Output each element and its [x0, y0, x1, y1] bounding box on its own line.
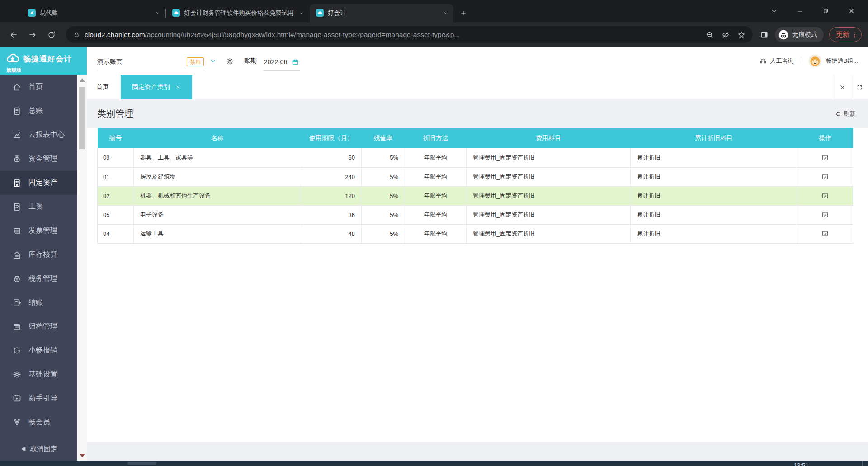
- cell: 04: [98, 224, 134, 243]
- unpin-sidebar-button[interactable]: 取消固定: [0, 442, 77, 456]
- minimize-button[interactable]: [787, 3, 813, 19]
- tab-home[interactable]: 首页: [87, 75, 121, 99]
- eye-off-icon[interactable]: [722, 31, 730, 39]
- refresh-button[interactable]: 刷新: [835, 110, 855, 118]
- lock-icon[interactable]: [73, 31, 80, 38]
- avatar[interactable]: [808, 54, 822, 68]
- sidebar-item-ledger[interactable]: 总账: [0, 99, 77, 123]
- table-row-02[interactable]: 02机器、机械和其他生产设备1205%年限平均管理费用_固定资产折旧累计折旧: [98, 186, 853, 205]
- sidebar-item-home[interactable]: 首页: [0, 75, 77, 99]
- cell: 电子设备: [134, 205, 301, 224]
- screen: 易代账好会计财务管理软件购买价格及免费试用好会计 cloud2.chanjet.…: [0, 0, 868, 466]
- sidebar-item-building[interactable]: 固定资产: [0, 171, 77, 195]
- browser-menu-chevron-icon[interactable]: [761, 3, 787, 19]
- reload-button[interactable]: [47, 30, 56, 39]
- bookmark-star-icon[interactable]: [737, 31, 745, 39]
- close-all-tabs-button[interactable]: [834, 75, 851, 99]
- sidebar-scrollbar[interactable]: [77, 75, 87, 461]
- scroll-down-arrow-icon[interactable]: [80, 454, 85, 457]
- sidebar-item-warehouse[interactable]: 库存核算: [0, 243, 77, 267]
- forward-button[interactable]: [28, 30, 37, 39]
- close-tab-icon[interactable]: [175, 85, 181, 90]
- edit-icon[interactable]: [821, 211, 829, 218]
- calendar-icon[interactable]: [292, 58, 299, 66]
- table-row-01[interactable]: 01房屋及建筑物2405%年限平均管理费用_固定资产折旧累计折旧: [98, 167, 853, 186]
- sidebar-item-payroll[interactable]: 工资: [0, 195, 77, 219]
- cell: 年限平均: [405, 205, 467, 224]
- zoom-out-icon[interactable]: [706, 31, 714, 39]
- guide-icon: [12, 394, 22, 403]
- sidebar-item-moneybag[interactable]: 资金管理: [0, 147, 77, 171]
- browser-tab-1[interactable]: 易代账: [22, 4, 165, 22]
- url-text[interactable]: cloud2.chanjet.com/accounting/uh26t264j5…: [85, 31, 699, 39]
- sidebar-item-label: 畅会员: [28, 418, 50, 427]
- edit-icon[interactable]: [821, 192, 829, 199]
- table-row-03[interactable]: 03器具、工具、家具等605%年限平均管理费用_固定资产折旧累计折旧: [98, 148, 853, 167]
- closing-icon: [12, 298, 22, 307]
- brand-name: 畅捷通好会计: [23, 54, 72, 64]
- support-link[interactable]: 人工咨询: [770, 57, 793, 65]
- close-tab-icon[interactable]: [298, 9, 305, 17]
- table-row-05[interactable]: 05电子设备365%年限平均管理费用_固定资产折旧累计折旧: [98, 205, 853, 224]
- gear-icon[interactable]: [226, 57, 234, 66]
- period-picker[interactable]: 2022-06: [263, 56, 300, 71]
- cell-actions: [797, 186, 853, 205]
- url-omnibox[interactable]: cloud2.chanjet.com/accounting/uh26t264j5…: [66, 26, 753, 43]
- fullscreen-button[interactable]: [851, 75, 868, 99]
- chevron-down-icon[interactable]: [209, 57, 217, 65]
- sidebar-item-closing[interactable]: 结账: [0, 291, 77, 315]
- update-label: 更新: [836, 30, 849, 39]
- browser-toolbar: cloud2.chanjet.com/accounting/uh26t264j5…: [0, 22, 868, 47]
- edit-icon[interactable]: [821, 154, 829, 161]
- close-tab-icon[interactable]: [442, 9, 449, 17]
- edit-icon[interactable]: [821, 230, 829, 237]
- sidebar-item-gear[interactable]: 基础设置: [0, 362, 77, 386]
- side-panel-icon[interactable]: [760, 30, 769, 39]
- sidebar-item-invoice[interactable]: 发票管理: [0, 219, 77, 243]
- scrollbar-corner: [862, 461, 863, 466]
- sidebar-item-reimburse[interactable]: 小畅报销: [0, 339, 77, 362]
- omnibox-actions: [706, 31, 745, 39]
- cell: 5%: [362, 148, 405, 167]
- sidebar-item-label: 归档管理: [28, 322, 57, 331]
- cell: 02: [98, 186, 134, 205]
- browser-tab-3[interactable]: 好会计: [310, 4, 453, 22]
- edit-icon[interactable]: [821, 173, 829, 180]
- sidebar-item-archive[interactable]: 归档管理: [0, 315, 77, 339]
- browser-tab-title: 易代账: [40, 9, 150, 17]
- sidebar-item-label: 资金管理: [28, 154, 57, 164]
- account-set-selector[interactable]: 演示账套 禁用: [97, 56, 205, 71]
- back-button[interactable]: [9, 30, 18, 39]
- kebab-menu-icon[interactable]: [851, 31, 859, 38]
- restore-button[interactable]: [813, 3, 839, 19]
- column-header: 名称: [134, 128, 301, 148]
- column-header: 编号: [98, 128, 134, 148]
- cell-actions: [797, 205, 853, 224]
- new-tab-button[interactable]: [458, 8, 469, 19]
- tab-asset-category[interactable]: 固定资产类别: [121, 75, 192, 99]
- scroll-up-arrow-icon[interactable]: [80, 78, 85, 82]
- cell: 36: [301, 205, 362, 224]
- sidebar-item-chart[interactable]: 云报表中心: [0, 123, 77, 147]
- cell: 累计折旧: [631, 167, 797, 186]
- sidebar-item-guide[interactable]: 新手引导: [0, 386, 77, 410]
- update-button[interactable]: 更新: [829, 27, 862, 42]
- horizontal-scrollbar-thumb[interactable]: [127, 462, 156, 465]
- sidebar-item-member[interactable]: 畅会员: [0, 410, 77, 434]
- close-window-button[interactable]: [839, 3, 864, 19]
- incognito-label: 无痕模式: [792, 31, 817, 39]
- status-badge: 禁用: [187, 57, 204, 66]
- close-tab-icon[interactable]: [154, 9, 161, 17]
- scrollbar-thumb[interactable]: [79, 87, 85, 149]
- sidebar-item-tax[interactable]: 税务管理: [0, 267, 77, 291]
- user-name[interactable]: 畅捷通B组...: [826, 57, 858, 65]
- column-header: 费用科目: [467, 128, 631, 148]
- cell: 60: [301, 148, 362, 167]
- table-row-04[interactable]: 04运输工具485%年限平均管理费用_固定资产折旧累计折旧: [98, 224, 853, 243]
- cell: 01: [98, 167, 134, 186]
- period-value: 2022-06: [264, 58, 287, 66]
- building-icon: [12, 178, 22, 188]
- browser-tab-2[interactable]: 好会计财务管理软件购买价格及免费试用: [166, 4, 310, 22]
- cloud-logo-icon: [172, 9, 180, 17]
- home-icon: [12, 82, 22, 92]
